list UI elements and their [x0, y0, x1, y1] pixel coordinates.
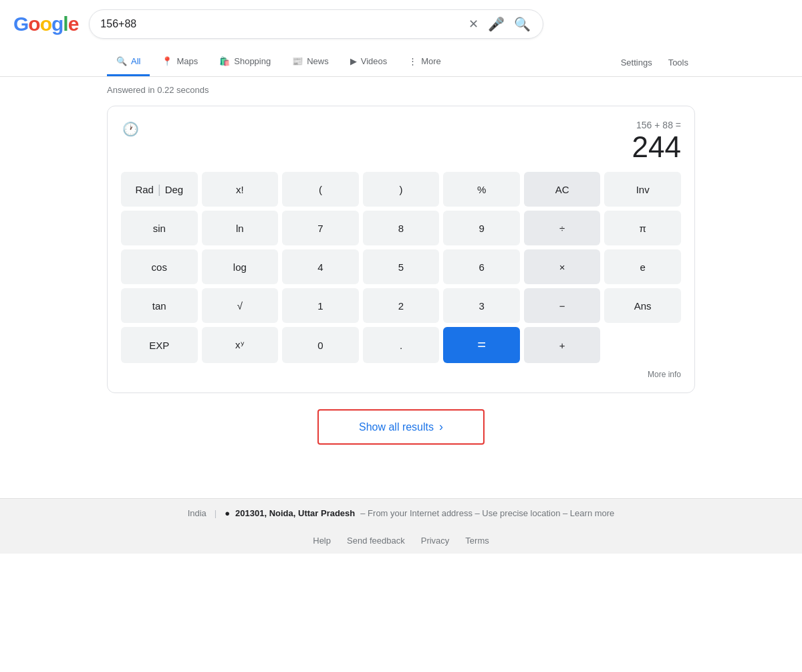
calc-btn-ans[interactable]: Ans — [604, 288, 681, 323]
calc-btn-5[interactable]: 5 — [363, 249, 440, 284]
search-button[interactable]: 🔍 — [513, 15, 532, 33]
search-bar: ✕ 🎤 🔍 — [89, 9, 543, 39]
footer-terms-link[interactable]: Terms — [465, 536, 489, 546]
footer-location-text: India — [188, 508, 207, 518]
calc-btn-4[interactable]: 4 — [282, 249, 359, 284]
show-all-container: Show all results › — [107, 409, 695, 445]
footer-separator: | — [215, 508, 217, 518]
clear-button[interactable]: ✕ — [467, 15, 480, 33]
calc-btn-log[interactable]: log — [202, 249, 279, 284]
calc-btn-6[interactable]: 6 — [443, 249, 520, 284]
calc-btn-equals[interactable]: = — [443, 327, 520, 363]
calculator-grid: Rad | Deg x! ( ) % AC Inv — [121, 172, 681, 363]
footer-feedback-link[interactable]: Send feedback — [347, 536, 405, 546]
shopping-icon: 🛍️ — [219, 56, 230, 66]
nav-tabs: 🔍 All 📍 Maps 🛍️ Shopping 📰 News ▶ Videos… — [0, 48, 802, 77]
rad-deg-divider: | — [158, 183, 161, 197]
calc-btn-2[interactable]: 2 — [363, 288, 440, 323]
search-icon: 🔍 — [514, 16, 531, 32]
news-icon: 📰 — [292, 56, 303, 66]
google-logo: Google — [13, 13, 78, 35]
calc-btn-decimal[interactable]: . — [363, 327, 440, 363]
calc-btn-inv[interactable]: Inv — [604, 172, 681, 207]
tools-link[interactable]: Tools — [662, 49, 695, 76]
calc-expression: 156 + 88 = 244 — [632, 120, 681, 164]
footer-help-link[interactable]: Help — [313, 536, 331, 546]
calc-btn-cos[interactable]: cos — [121, 249, 198, 284]
footer-location: India | ● 201301, Noida, Uttar Pradesh –… — [0, 498, 802, 528]
calc-btn-7[interactable]: 7 — [282, 211, 359, 245]
calc-btn-power[interactable]: xʸ — [202, 327, 279, 363]
footer-address-suffix: – From your Internet address – Use preci… — [360, 508, 614, 518]
calc-btn-divide[interactable]: ÷ — [524, 211, 601, 245]
tab-more[interactable]: ⋮ More — [399, 48, 450, 76]
show-all-results-button[interactable]: Show all results › — [317, 409, 485, 445]
calc-btn-9[interactable]: 9 — [443, 211, 520, 245]
history-button[interactable]: 🕐 — [121, 120, 140, 138]
tab-maps[interactable]: 📍 Maps — [152, 48, 207, 76]
maps-icon: 📍 — [162, 56, 172, 66]
calc-expr-text: 156 + 88 = — [632, 120, 681, 130]
voice-search-button[interactable]: 🎤 — [487, 15, 506, 33]
calc-btn-3[interactable]: 3 — [443, 288, 520, 323]
calc-btn-subtract[interactable]: − — [524, 288, 601, 323]
deg-label: Deg — [165, 184, 184, 195]
calc-btn-add[interactable]: + — [524, 327, 601, 363]
rad-deg-button[interactable]: Rad | Deg — [121, 172, 198, 207]
more-icon: ⋮ — [408, 56, 417, 66]
footer-dot: ● — [225, 508, 230, 518]
header: Google ✕ 🎤 🔍 — [0, 0, 802, 48]
calc-btn-sin[interactable]: sin — [121, 211, 198, 245]
calc-btn-1[interactable]: 1 — [282, 288, 359, 323]
calc-btn-ln[interactable]: ln — [202, 211, 279, 245]
calc-btn-open-paren[interactable]: ( — [282, 172, 359, 207]
search-input[interactable] — [100, 18, 467, 30]
calc-header: 🕐 156 + 88 = 244 — [121, 120, 681, 164]
calculator-card: 🕐 156 + 88 = 244 Rad | Deg x! ( ) — [107, 106, 695, 393]
rad-label: Rad — [135, 184, 154, 195]
tab-videos[interactable]: ▶ Videos — [341, 48, 397, 76]
footer-address: 201301, Noida, Uttar Pradesh — [235, 508, 355, 518]
footer-privacy-link[interactable]: Privacy — [421, 536, 450, 546]
all-search-icon: 🔍 — [116, 56, 127, 66]
calc-btn-percent[interactable]: % — [443, 172, 520, 207]
calc-btn-close-paren[interactable]: ) — [363, 172, 440, 207]
calc-btn-pi[interactable]: π — [604, 211, 681, 245]
calc-btn-tan[interactable]: tan — [121, 288, 198, 323]
chevron-right-icon: › — [439, 420, 443, 434]
tab-all[interactable]: 🔍 All — [107, 48, 150, 76]
calc-btn-multiply[interactable]: × — [524, 249, 601, 284]
calc-btn-xi[interactable]: x! — [202, 172, 279, 207]
main-content: Answered in 0.22 seconds 🕐 156 + 88 = 24… — [0, 77, 802, 458]
history-icon: 🕐 — [122, 121, 139, 137]
calc-btn-0[interactable]: 0 — [282, 327, 359, 363]
calc-btn-sqrt[interactable]: √ — [202, 288, 279, 323]
tab-shopping[interactable]: 🛍️ Shopping — [210, 48, 280, 76]
calc-btn-8[interactable]: 8 — [363, 211, 440, 245]
answered-time: Answered in 0.22 seconds — [107, 85, 695, 95]
calc-btn-exp[interactable]: EXP — [121, 327, 198, 363]
mic-icon: 🎤 — [488, 16, 505, 32]
close-icon: ✕ — [469, 17, 479, 31]
footer-links: Help Send feedback Privacy Terms — [0, 528, 802, 554]
more-info-link[interactable]: More info — [121, 370, 681, 379]
settings-link[interactable]: Settings — [614, 49, 659, 76]
calc-btn-e[interactable]: e — [604, 249, 681, 284]
calc-result: 244 — [632, 130, 681, 164]
calc-btn-ac[interactable]: AC — [524, 172, 601, 207]
tab-news[interactable]: 📰 News — [283, 48, 338, 76]
videos-icon: ▶ — [350, 56, 357, 66]
